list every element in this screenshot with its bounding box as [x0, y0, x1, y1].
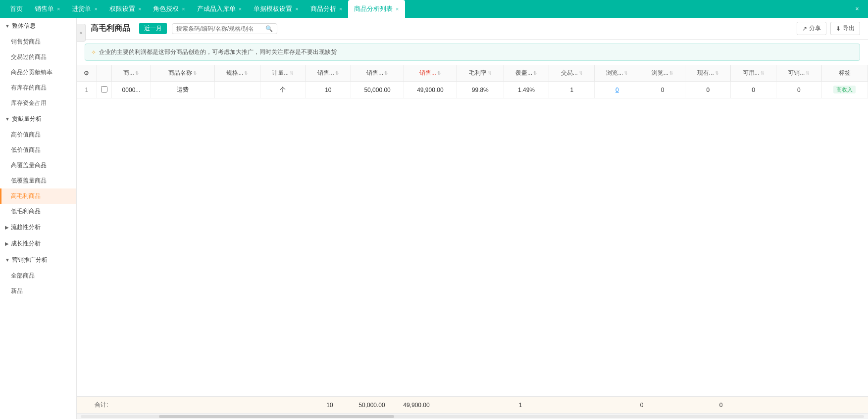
sidebar-item-traded-goods[interactable]: 交易过的商品: [0, 49, 76, 65]
search-icon[interactable]: 🔍: [265, 25, 273, 32]
share-icon: ↗: [802, 25, 807, 32]
footer-empty-7: [439, 402, 468, 409]
col-coverage[interactable]: 覆盖...⇅: [504, 65, 549, 82]
col-settings[interactable]: ⚙: [77, 65, 97, 82]
page-title: 高毛利商品: [91, 23, 130, 34]
footer-empty-8: [468, 402, 498, 409]
sidebar-item-low-value[interactable]: 低价值商品: [0, 142, 76, 158]
nav-product-analysis-list[interactable]: 商品分析列表 ×: [348, 0, 405, 18]
col-current-stock[interactable]: 现有...⇅: [685, 65, 731, 82]
data-table: ⚙ 商...⇅ 商品名称⇅ 规格...⇅ 计量...⇅ 销售...⇅ 销售...…: [77, 65, 868, 98]
nav-permission-settings[interactable]: 权限设置 ×: [103, 0, 147, 18]
arrow-down-icon: ▼: [5, 23, 10, 29]
sidebar: ▼ 整体信息 销售货商品 交易过的商品 商品分贡献销率 有库存的商品 库存资金占…: [0, 18, 77, 419]
close-permission-icon[interactable]: ×: [138, 6, 141, 12]
footer-empty-6: [283, 402, 310, 409]
table-row: 1 0000... 运费 个 10 50,000.00 49,900.00 99…: [77, 82, 868, 98]
footer-empty-11: [662, 402, 701, 409]
footer-empty-4: [213, 402, 253, 409]
footer-sales-amount: 50,000.00: [350, 402, 394, 409]
row-sales-qty: 10: [306, 82, 351, 98]
sidebar-item-low-coverage[interactable]: 低覆盖量商品: [0, 173, 76, 188]
row-available: 0: [731, 82, 776, 98]
total-label: 合计:: [85, 401, 144, 409]
col-sales-amount[interactable]: 销售...⇅: [351, 65, 404, 82]
nav-template-settings[interactable]: 单据模板设置 ×: [248, 0, 304, 18]
sidebar-group-growth[interactable]: ▶ 成长性分析: [0, 235, 76, 252]
date-filter-button[interactable]: 近一月: [139, 23, 167, 34]
share-button[interactable]: ↗ 分享: [797, 22, 826, 35]
col-gross-margin[interactable]: 毛利率⇅: [457, 65, 504, 82]
row-spec: [215, 82, 260, 98]
row-checkbox[interactable]: [97, 82, 111, 98]
sidebar-item-all-goods[interactable]: 全部商品: [0, 268, 76, 283]
sidebar-item-low-margin[interactable]: 低毛利商品: [0, 204, 76, 219]
arrow-down-icon-2: ▼: [5, 116, 10, 122]
sidebar-item-sales-goods[interactable]: 销售货商品: [0, 34, 76, 49]
sidebar-item-high-margin[interactable]: 高毛利商品: [0, 188, 76, 204]
scroll-thumb[interactable]: [159, 415, 394, 418]
horizontal-scrollbar[interactable]: [77, 413, 868, 419]
nav-home[interactable]: 首页: [4, 0, 29, 18]
nav-sales-order[interactable]: 销售单 ×: [29, 0, 66, 18]
sidebar-group-marketing[interactable]: ▼ 营销推广分析: [0, 252, 76, 268]
col-tag[interactable]: 标签: [821, 65, 868, 82]
export-button[interactable]: ⬇ 导出: [830, 22, 860, 35]
sidebar-item-goods-contribution[interactable]: 商品分贡献销率: [0, 65, 76, 80]
footer-empty-2: [164, 402, 184, 409]
search-input[interactable]: [176, 25, 265, 32]
main-layout: ▼ 整体信息 销售货商品 交易过的商品 商品分贡献销率 有库存的商品 库存资金占…: [0, 18, 868, 419]
col-sales-profit[interactable]: 销售...⇅: [404, 65, 457, 82]
footer-empty-9: [543, 402, 582, 409]
close-purchase-order-icon[interactable]: ×: [94, 6, 97, 12]
close-product-inbound-icon[interactable]: ×: [239, 6, 242, 12]
nav-product-analysis[interactable]: 商品分析 ×: [305, 0, 348, 18]
scroll-track[interactable]: [81, 415, 864, 418]
col-unit[interactable]: 计量...⇅: [260, 65, 306, 82]
nav-purchase-order[interactable]: 进货单 ×: [66, 0, 103, 18]
notice-banner: ✧ 企业的主要的利润都是这部分商品创造的，可考虑加大推广，同时关注库存是不要出现…: [85, 44, 860, 61]
row-browse2: 0: [640, 82, 685, 98]
row-saleable: 0: [776, 82, 821, 98]
col-available[interactable]: 可用...⇅: [731, 65, 776, 82]
col-browse1[interactable]: 浏览...⇅: [595, 65, 640, 82]
col-sales-qty[interactable]: 销售...⇅: [306, 65, 351, 82]
sidebar-item-stock-capital[interactable]: 库存资金占用: [0, 95, 76, 111]
close-product-analysis-icon[interactable]: ×: [339, 6, 342, 12]
nav-role-auth[interactable]: 角色授权 ×: [147, 0, 191, 18]
close-all-tabs-button[interactable]: ×: [850, 2, 864, 16]
nav-product-inbound[interactable]: 产成品入库单 ×: [191, 0, 248, 18]
total-values: 10 50,000.00 49,900.00 1 0 0: [144, 402, 860, 409]
sidebar-item-new-products[interactable]: 新品: [0, 283, 76, 299]
row-browse1[interactable]: 0: [595, 82, 640, 98]
sidebar-item-high-coverage[interactable]: 高覆盖量商品: [0, 158, 76, 173]
col-name[interactable]: 商品名称⇅: [151, 65, 215, 82]
arrow-right-icon-2: ▶: [5, 241, 9, 246]
sidebar-item-high-value[interactable]: 高价值商品: [0, 127, 76, 142]
sidebar-item-in-stock-goods[interactable]: 有库存的商品: [0, 80, 76, 95]
export-icon: ⬇: [836, 25, 841, 32]
notice-text: 企业的主要的利润都是这部分商品创造的，可考虑加大推广，同时关注库存是不要出现缺货: [99, 48, 337, 56]
arrow-right-icon: ▶: [5, 225, 9, 230]
col-code[interactable]: 商...⇅: [111, 65, 151, 82]
notice-icon: ✧: [91, 49, 96, 56]
sidebar-group-contribution[interactable]: ▼ 贡献量分析: [0, 111, 76, 127]
close-product-analysis-list-icon[interactable]: ×: [396, 6, 399, 12]
col-transaction[interactable]: 交易...⇅: [549, 65, 595, 82]
sidebar-collapse-button[interactable]: «: [77, 24, 86, 42]
col-spec[interactable]: 规格...⇅: [215, 65, 260, 82]
close-role-auth-icon[interactable]: ×: [182, 6, 185, 12]
row-transaction: 1: [549, 82, 595, 98]
row-sales-profit: 49,900.00: [404, 82, 457, 98]
row-gross-margin: 99.8%: [457, 82, 504, 98]
sidebar-group-trend[interactable]: ▶ 流趋性分析: [0, 219, 76, 235]
row-code: 0000...: [111, 82, 151, 98]
sidebar-group-overall[interactable]: ▼ 整体信息: [0, 18, 76, 34]
col-browse2[interactable]: 浏览...⇅: [640, 65, 685, 82]
row-unit: 个: [260, 82, 306, 98]
col-saleable[interactable]: 可销...⇅: [776, 65, 821, 82]
close-template-icon[interactable]: ×: [295, 6, 298, 12]
top-navigation: 首页 销售单 × 进货单 × 权限设置 × 角色授权 × 产成品入库单 × 单据…: [0, 0, 868, 18]
footer-total: 合计: 10 50,000.00 49,900.00 1 0 0: [77, 396, 868, 413]
close-sales-order-icon[interactable]: ×: [57, 6, 60, 12]
